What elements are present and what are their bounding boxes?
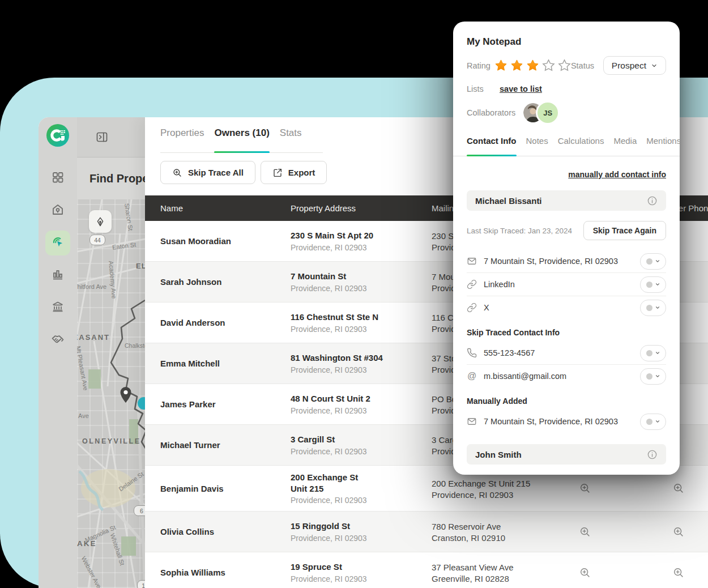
skip-trace-all-button[interactable]: Skip Trace All: [160, 161, 255, 184]
mailing-street: 780 Reservoir Ave: [432, 521, 565, 532]
contact-info-row: X: [467, 296, 666, 319]
skip-trace-all-label: Skip Trace All: [188, 168, 244, 177]
mailing-street: 37 Pleasant View Ave: [432, 561, 565, 573]
tab-mentions[interactable]: Mentions: [646, 136, 680, 156]
rating-stars[interactable]: [494, 59, 571, 72]
mailing-street: 200 Exchange St Unit 215: [432, 478, 565, 489]
property-city: Providence, RI 02903: [291, 325, 420, 334]
sidebar-item-analytics[interactable]: [51, 269, 65, 282]
save-to-list-link[interactable]: save to list: [500, 84, 542, 93]
property-street: 116 Chestnut St Ste N: [291, 312, 420, 323]
contact-info-row: 555-123-4567: [467, 342, 666, 365]
phone-icon: [467, 348, 477, 358]
tab-calculations[interactable]: Calculations: [558, 136, 604, 156]
chevron-down-icon: [655, 350, 660, 356]
skip-trace-cell-icon[interactable]: [579, 526, 591, 538]
notepad-tabs: Contact Info Notes Calculations Media Me…: [453, 136, 680, 156]
owner-name: Sarah Johnson: [160, 277, 275, 287]
collaborators-row: Collaborators JS: [467, 101, 666, 124]
skip-trace-cell-icon[interactable]: [672, 566, 685, 579]
skip-trace-again-button[interactable]: Skip Trace Again: [583, 221, 666, 240]
skip-traced-rows: 555-123-4567 @ m.bissanti@gmail.com: [467, 342, 666, 387]
skip-trace-cell-icon[interactable]: [579, 482, 591, 495]
map-pin-icon[interactable]: [119, 386, 133, 406]
sidebar-item-driving-mode[interactable]: [45, 231, 70, 255]
sidebar-item-home-search[interactable]: [51, 204, 65, 218]
notepad-title: My Notepad: [467, 36, 666, 48]
skip-trace-row: Last Skip Traced: Jan 23, 2024 Skip Trac…: [467, 221, 666, 240]
map-neighborhood-label: ELMHURST: [136, 262, 145, 270]
column-property-address: Property Address: [275, 203, 420, 213]
skip-trace-cell-icon[interactable]: [579, 566, 591, 579]
contact-action-pill[interactable]: [640, 368, 666, 385]
sidebar-item-deals[interactable]: [51, 333, 65, 347]
find-properties-title: Find Properties: [77, 172, 145, 185]
last-skip-traced-text: Last Skip Traced: Jan 23, 2024: [467, 227, 572, 235]
tab-stats[interactable]: Stats: [280, 127, 302, 152]
status-label: Status: [571, 61, 595, 70]
left-panel-header: [77, 117, 145, 157]
contact-name: John Smith: [475, 450, 522, 459]
tab-notes[interactable]: Notes: [526, 136, 548, 156]
table-row[interactable]: Sophia Williams 19 Spruce StProvidence, …: [145, 552, 708, 588]
contact-action-pill[interactable]: [640, 276, 666, 293]
info-icon[interactable]: [647, 449, 658, 460]
skip-trace-cell-icon[interactable]: [672, 482, 685, 495]
mailing-city: Cranston, RI 02910: [432, 533, 565, 543]
my-notepad-panel: My Notepad Rating Status Prospect Lists …: [453, 22, 680, 475]
property-street: 19 Spruce St: [291, 561, 420, 573]
status-dropdown[interactable]: Prospect: [603, 56, 666, 75]
contact-action-pill[interactable]: [640, 414, 666, 430]
envelope-icon: [467, 256, 477, 266]
property-street: 230 S Main St Apt 20: [291, 230, 420, 241]
star-icon[interactable]: [494, 59, 507, 72]
tab-properties[interactable]: Properties: [160, 127, 204, 152]
owner-name: Sophia Williams: [160, 568, 275, 577]
tab-media[interactable]: Media: [613, 136, 637, 156]
contact-action-pill[interactable]: [640, 300, 666, 316]
avatar-initials[interactable]: JS: [536, 101, 560, 125]
find-properties-strip: Find Properties: [77, 157, 145, 199]
contact-section-michael-bissanti[interactable]: Michael Bissanti: [467, 190, 666, 211]
star-icon[interactable]: [558, 59, 571, 72]
chevron-down-icon: [655, 258, 660, 264]
export-button[interactable]: Export: [261, 161, 327, 184]
tab-owners[interactable]: Owners (10): [214, 127, 269, 152]
dashboard-icon: [51, 171, 65, 186]
mailing-city: Providence, RI 02903: [432, 490, 565, 500]
collaborator-avatars: JS: [523, 101, 560, 125]
table-row[interactable]: Olivia Collins 15 Ringgold StProvidence,…: [145, 512, 708, 552]
tab-contact-info[interactable]: Contact Info: [467, 136, 517, 156]
status-dot: [646, 282, 652, 288]
contact-info-value: 555-123-4567: [484, 348, 535, 357]
property-city: Providence, RI 02903: [291, 406, 420, 415]
sidebar-item-bank[interactable]: [51, 301, 65, 314]
info-icon[interactable]: [647, 195, 658, 206]
star-icon[interactable]: [542, 59, 555, 72]
contact-action-pill[interactable]: [640, 345, 666, 361]
manually-added-section-header: Manually Added: [467, 397, 666, 407]
property-street: 48 N Court St Unit 2: [291, 393, 420, 404]
skip-trace-cell-icon[interactable]: [672, 526, 685, 538]
left-panel: Find Properties: [77, 117, 145, 588]
app-logo[interactable]: [46, 124, 69, 147]
status-dot: [646, 419, 652, 425]
contact-info-row: @ m.bissanti@gmail.com: [467, 365, 666, 387]
property-street: 7 Mountain St: [291, 271, 420, 282]
chevron-down-icon: [655, 282, 660, 287]
home-pin-icon: [51, 203, 65, 219]
contact-section-john-smith[interactable]: John Smith: [467, 444, 666, 465]
contact-action-pill[interactable]: [640, 253, 666, 270]
collapse-panel-icon[interactable]: [95, 130, 109, 144]
star-icon[interactable]: [526, 59, 539, 72]
draw-territory-button[interactable]: [89, 210, 112, 233]
chevron-down-icon: [655, 419, 660, 424]
map-canvas[interactable]: Sharon St Eaton St Academy Ave ELMHURST …: [77, 199, 145, 588]
rating-row: Rating Status Prospect: [467, 57, 666, 74]
manually-add-contact-link[interactable]: manually add contact info: [467, 170, 666, 179]
contact-info-value: LinkedIn: [484, 280, 515, 289]
star-icon[interactable]: [510, 59, 523, 72]
magnifier-plus-icon: [172, 168, 182, 178]
skip-traced-section-header: Skip Traced Contact Info: [467, 328, 666, 338]
sidebar-item-dashboard[interactable]: [51, 172, 65, 185]
